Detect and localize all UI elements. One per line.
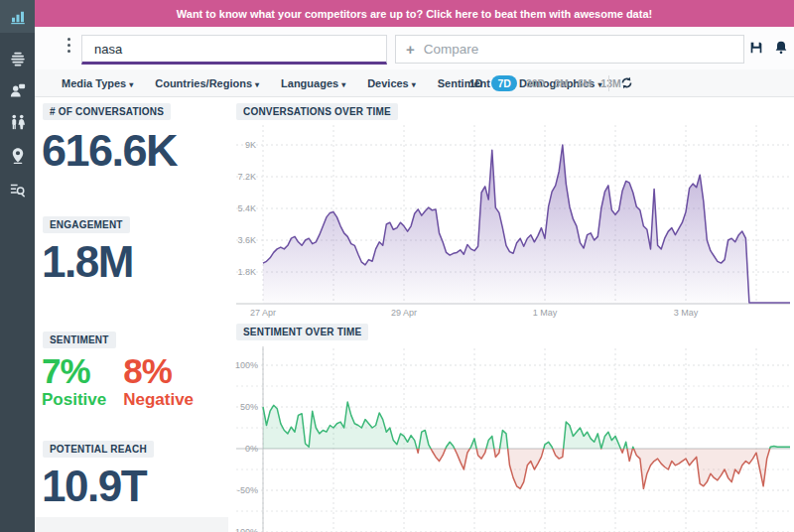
svg-text:5.4K: 5.4K [237,203,256,213]
svg-text:50%: 50% [240,402,258,412]
panel-edge [35,517,228,532]
area-series [263,145,790,304]
engagement-stat-value: 1.8M [42,240,133,284]
sentiment-positive-label: Positive [42,390,106,410]
sidebar-item-dashboard[interactable] [0,0,35,33]
demographics-icon [9,113,27,131]
kebab-menu-icon[interactable] [67,38,70,53]
promo-banner-text: Want to know what your competitors are u… [177,8,652,20]
topic-sphere-icon [9,50,27,67]
bar-chart-icon [9,8,27,26]
reach-stat-label: POTENTIAL REACH [43,441,154,458]
conversations-chart-title: CONVERSATIONS OVER TIME [236,103,398,120]
compare-box: + [395,35,744,64]
time-option-1d[interactable]: 1D [469,77,482,89]
promo-banner[interactable]: Want to know what your competitors are u… [35,0,794,27]
sentiment-positive-value: 7% [42,353,106,388]
sentiment-stat: 7% Positive 8% Negative [42,353,194,410]
saved-search-icon [9,181,27,199]
search-input[interactable] [82,36,386,62]
svg-text:3.6K: 3.6K [237,235,256,245]
save-button[interactable] [748,40,764,56]
line-series [263,402,790,488]
time-option-13m[interactable]: 13M [600,77,620,89]
filter-media-types[interactable]: Media Types▾ [62,77,133,89]
conversations-stat-value: 616.6K [42,128,177,173]
search-box [81,35,387,65]
sentiment-negative-value: 8% [123,353,194,388]
filter-countries-regions[interactable]: Countries/Regions▾ [155,77,259,89]
sentiment-stat-label: SENTIMENT [43,332,116,348]
sidebar-item-influencers[interactable] [0,73,35,106]
refresh-icon [619,75,634,90]
time-option-6m[interactable]: 6M [578,77,593,89]
time-option-3m[interactable]: 3M [554,77,569,89]
filter-bar: Media Types▾ Countries/Regions▾ Language… [35,69,794,97]
sidebar-item-demographics[interactable] [0,105,35,138]
sidebar-item-topics[interactable] [0,42,35,74]
divider [608,75,609,91]
chevron-down-icon: ▾ [341,80,345,89]
compare-input[interactable] [422,41,733,58]
sentiment-over-time-chart[interactable]: 100%50%0%-50%-100% [228,342,794,532]
svg-text:9K: 9K [245,140,256,150]
time-option-30d[interactable]: 30D [526,77,545,89]
reach-stat-value: 10.9T [42,465,146,508]
svg-text:0%: 0% [245,444,258,454]
refresh-button[interactable] [619,75,634,90]
sidebar-item-geography[interactable] [0,139,35,172]
save-icon [748,40,764,56]
svg-text:27 Apr: 27 Apr [250,308,276,318]
sentiment-chart-title: SENTIMENT OVER TIME [236,324,368,340]
chevron-down-icon: ▾ [412,80,416,89]
sentiment-negative-label: Negative [123,390,194,410]
svg-text:1 May: 1 May [533,308,558,318]
filter-languages[interactable]: Languages▾ [281,77,345,89]
map-pin-icon [9,147,27,165]
notifications-button[interactable] [773,40,789,56]
chevron-down-icon: ▾ [129,80,133,89]
svg-text:-100%: -100% [232,527,258,532]
axis-labels: 100%50%0%-50%-100% [232,360,258,532]
engagement-stat-label: ENGAGEMENT [43,216,130,233]
svg-text:100%: 100% [235,360,258,370]
svg-text:3 May: 3 May [674,308,699,318]
svg-text:7.2K: 7.2K [237,172,256,182]
sidebar [0,0,35,532]
conversations-stat-label: # OF CONVERSATIONS [43,103,171,120]
influencers-icon [9,81,27,99]
sidebar-item-saved-searches[interactable] [0,173,35,205]
bell-icon [773,40,789,56]
filter-devices[interactable]: Devices▾ [367,77,416,89]
svg-text:1.8K: 1.8K [237,267,256,277]
time-range-selector: 1D 7D 30D 3M 6M 13M [469,69,621,96]
svg-text:29 Apr: 29 Apr [391,308,417,318]
conversations-over-time-chart[interactable]: 1.8K3.6K5.4K7.2K9K27 Apr29 Apr1 May3 May [228,119,794,320]
svg-text:-50%: -50% [237,485,258,495]
time-option-7d-selected[interactable]: 7D [491,75,516,91]
plus-icon: + [406,42,415,57]
chevron-down-icon: ▾ [255,80,259,89]
